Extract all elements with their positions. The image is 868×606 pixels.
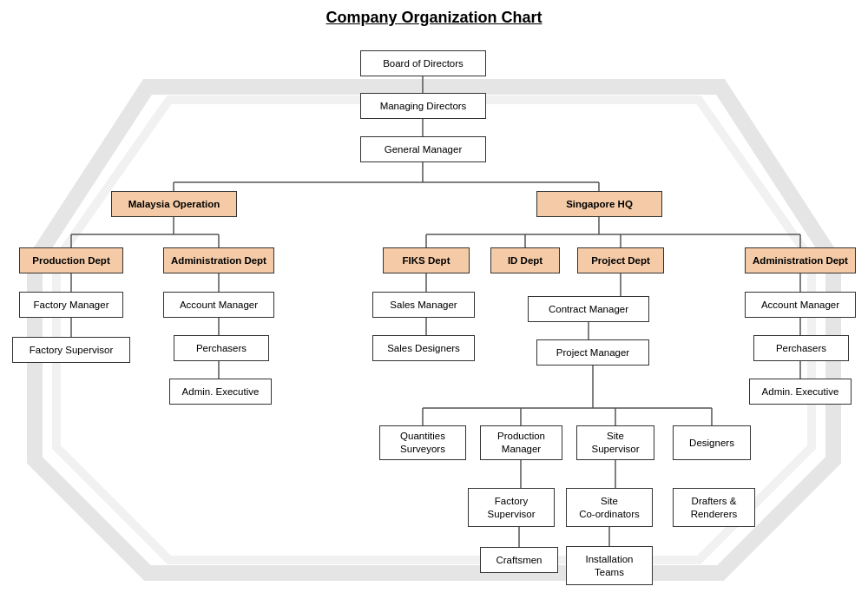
node-purchasersSG: Perchasers [753,335,849,361]
node-adminExecMY: Admin. Executive [169,379,272,405]
node-contractMgr: Contract Manager [528,296,649,322]
node-factorySupSG: Factory Supervisor [468,488,555,527]
node-purchasersMY: Perchasers [174,335,269,361]
node-draftersRenderers: Drafters & Renderers [673,488,755,527]
node-qsSurveyors: Quantities Surveyors [379,425,466,460]
node-board: Board of Directors [360,50,486,76]
node-singapore: Singapore HQ [536,191,662,217]
node-siteCoord: Site Co-ordinators [566,488,653,527]
node-fiksDept: FIKS Dept [383,247,470,273]
node-acctMgrSG: Account Manager [745,292,856,318]
node-factoryMgr: Factory Manager [19,292,123,318]
node-projDept: Project Dept [577,247,664,273]
node-idDept: ID Dept [490,247,560,273]
node-prodMgrSG: Production Manager [480,425,562,460]
node-acctMgrMY: Account Manager [163,292,274,318]
node-prodDeptMY: Production Dept [19,247,123,273]
node-siteSupervisor: Site Supervisor [576,425,654,460]
node-projMgr: Project Manager [536,339,649,366]
chart-container: Company Organization Chart [0,0,868,606]
node-adminExecSG: Admin. Executive [749,379,852,405]
node-designers: Designers [673,425,751,460]
node-craftsmen: Craftsmen [480,547,558,573]
node-salesMgr: Sales Manager [372,292,475,318]
node-factorySupMY: Factory Supervisor [12,337,130,363]
node-general: General Manager [360,136,486,162]
node-adminDeptMY: Administration Dept [163,247,274,273]
node-managing: Managing Directors [360,93,486,119]
node-salesDesigners: Sales Designers [372,335,475,361]
node-malaysia: Malaysia Operation [111,191,237,217]
node-adminDeptSG: Administration Dept [745,247,856,273]
chart-title: Company Organization Chart [0,0,868,27]
node-installTeams: Installation Teams [566,546,653,585]
